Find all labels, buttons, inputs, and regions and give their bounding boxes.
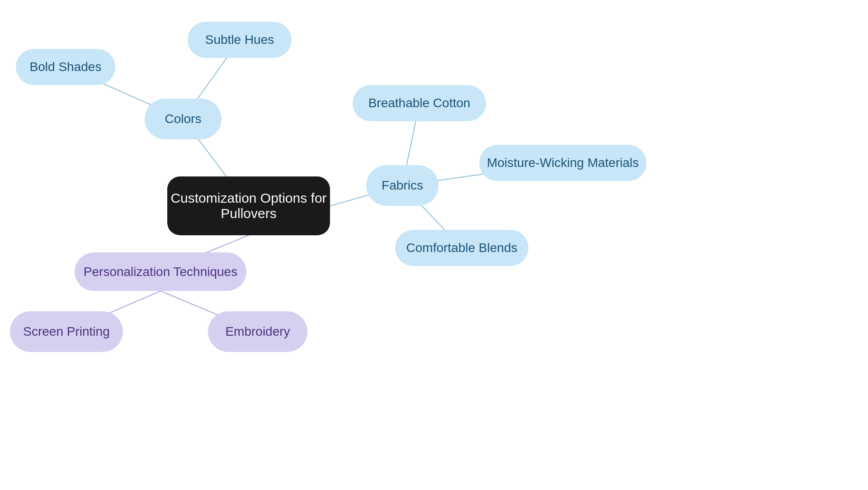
fabrics-node[interactable]: Fabrics xyxy=(366,165,439,206)
embroidery-node[interactable]: Embroidery xyxy=(208,311,307,352)
personalization-techniques-node[interactable]: Personalization Techniques xyxy=(75,252,246,291)
screen-printing-label: Screen Printing xyxy=(23,324,109,339)
bold-shades-label: Bold Shades xyxy=(30,60,102,74)
embroidery-label: Embroidery xyxy=(225,324,290,339)
moisture-wicking-label: Moisture-Wicking Materials xyxy=(487,156,639,170)
personalization-techniques-label: Personalization Techniques xyxy=(84,265,237,279)
center-label: Customization Options for Pullovers xyxy=(167,190,330,221)
breathable-cotton-label: Breathable Cotton xyxy=(368,96,471,110)
colors-node[interactable]: Colors xyxy=(145,99,222,139)
bold-shades-node[interactable]: Bold Shades xyxy=(16,49,115,85)
colors-label: Colors xyxy=(165,112,202,126)
fabrics-label: Fabrics xyxy=(382,178,423,193)
screen-printing-node[interactable]: Screen Printing xyxy=(10,311,123,352)
comfortable-blends-label: Comfortable Blends xyxy=(406,241,518,255)
center-node[interactable]: Customization Options for Pullovers xyxy=(167,176,330,235)
breathable-cotton-node[interactable]: Breathable Cotton xyxy=(353,85,486,121)
moisture-wicking-node[interactable]: Moisture-Wicking Materials xyxy=(479,145,646,181)
subtle-hues-label: Subtle Hues xyxy=(205,33,274,47)
subtle-hues-node[interactable]: Subtle Hues xyxy=(188,22,292,58)
comfortable-blends-node[interactable]: Comfortable Blends xyxy=(395,230,528,266)
